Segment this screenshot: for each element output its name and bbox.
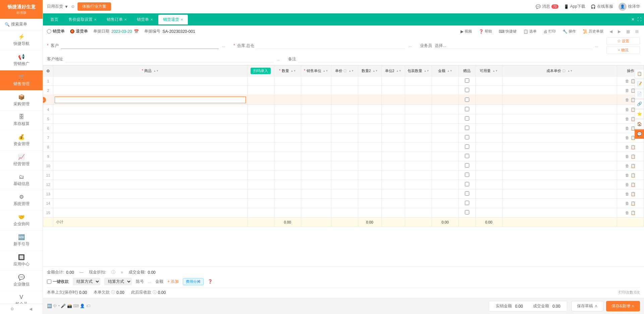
qty2-cell-6[interactable] xyxy=(358,124,381,133)
product-cell-2[interactable] xyxy=(53,86,248,95)
one-click-check[interactable] xyxy=(47,279,51,284)
gift-checkbox-11[interactable] xyxy=(465,173,469,177)
gift-checkbox-15[interactable] xyxy=(465,210,469,214)
unit2-cell-2[interactable] xyxy=(381,86,405,95)
account-select[interactable]: 结算方式 xyxy=(104,278,132,285)
unit2-cell-7[interactable] xyxy=(381,133,405,142)
product-input[interactable] xyxy=(55,97,246,103)
gift-cell-4[interactable] xyxy=(459,105,475,114)
sidebar-collapse-icon[interactable]: ◀ xyxy=(29,307,32,311)
sales-unit-cell-4[interactable] xyxy=(301,105,331,114)
tab-maximize-icon[interactable]: ⛶ xyxy=(637,17,641,22)
side-btn-1[interactable]: 📋 xyxy=(635,69,644,78)
unit-price-cell-9[interactable] xyxy=(331,152,358,161)
product-cell-9[interactable] xyxy=(53,152,248,161)
unit-price-cell-7[interactable] xyxy=(331,133,358,142)
side-btn-2[interactable]: 📝 xyxy=(635,79,644,88)
gift-cell-2[interactable] xyxy=(459,86,475,95)
sort-icon[interactable]: ▲▼ xyxy=(567,70,573,72)
copy-icon-11[interactable]: 📋 xyxy=(631,173,636,178)
qty2-cell-15[interactable] xyxy=(358,208,381,217)
gift-checkbox-5[interactable] xyxy=(465,116,469,121)
delete-icon-3[interactable]: 🗑 xyxy=(625,98,629,102)
fee-split-button[interactable]: 费用分摊 xyxy=(183,278,204,285)
gift-checkbox-13[interactable] xyxy=(465,191,469,196)
available-cell-1[interactable] xyxy=(475,76,502,86)
sidebar-item-operation[interactable]: 📈 经营管理 xyxy=(0,150,43,171)
settings-btn[interactable]: ☆ 设置 xyxy=(606,37,640,45)
barcode-button[interactable]: 扫码录入 xyxy=(251,68,271,74)
settings-gear-icon[interactable]: ⚙ xyxy=(71,4,75,9)
product-cell-4[interactable] xyxy=(53,105,248,114)
pkg-qty-cell-11[interactable] xyxy=(405,171,432,180)
qty2-cell-10[interactable] xyxy=(358,161,381,171)
product-cell-15[interactable] xyxy=(53,208,248,217)
product-cell-7[interactable] xyxy=(53,133,248,142)
cost-price-cell-13[interactable] xyxy=(502,189,617,199)
delete-icon-1[interactable]: 🗑 xyxy=(625,79,629,83)
qty-cell-13[interactable] xyxy=(274,189,301,199)
gift-checkbox-2[interactable] xyxy=(465,88,469,92)
sidebar-item-finance[interactable]: 💰 资金管理 xyxy=(0,130,43,150)
unit2-cell-10[interactable] xyxy=(381,161,405,171)
tab-sales-return[interactable]: 销货退货 ✕ xyxy=(158,15,188,24)
address-input[interactable] xyxy=(65,56,273,62)
address-dots[interactable]: ... xyxy=(275,57,281,62)
sidebar-item-basic[interactable]: 🗂 基础信息 xyxy=(0,171,43,190)
qty2-cell-5[interactable] xyxy=(358,114,381,124)
delete-icon-12[interactable]: 🗑 xyxy=(625,182,629,187)
tab-close-icon[interactable]: ✕ xyxy=(124,18,127,21)
unit2-cell-15[interactable] xyxy=(381,208,405,217)
print-btn[interactable]: 🖨打印 xyxy=(541,28,558,35)
sort-icon[interactable]: ▲▼ xyxy=(424,70,429,72)
cost-price-cell-6[interactable] xyxy=(502,124,617,133)
qty2-cell-8[interactable] xyxy=(358,142,381,152)
operate-btn[interactable]: 🔧操作 xyxy=(560,28,578,35)
gift-checkbox-12[interactable] xyxy=(465,182,469,186)
sidebar-item-wechat[interactable]: 💬 企业微信 xyxy=(0,271,43,291)
amount-cell-4[interactable] xyxy=(432,105,459,114)
sidebar-item-system[interactable]: ⚙ 系统管理 xyxy=(0,190,43,210)
available-cell-5[interactable] xyxy=(475,114,502,124)
cost-price-cell-12[interactable] xyxy=(502,180,617,189)
warehouse-input[interactable] xyxy=(256,43,405,49)
radio-return-bill[interactable]: 退货单 xyxy=(70,28,88,34)
side-btn-feedback[interactable]: 💬 xyxy=(635,129,644,139)
copy-icon-13[interactable]: 📋 xyxy=(631,192,636,196)
radio-sales-input[interactable] xyxy=(47,29,51,34)
sort-icon[interactable]: ▲▼ xyxy=(447,70,452,72)
sidebar-item-enterprise[interactable]: 🤝 企业协同 xyxy=(0,210,43,231)
sales-unit-cell-5[interactable] xyxy=(301,114,331,124)
pkg-qty-cell-9[interactable] xyxy=(405,152,432,161)
nav-next-icon[interactable]: ▶ xyxy=(616,28,622,35)
save-draft-button[interactable]: 保存草稿 ∧ xyxy=(571,301,603,311)
available-cell-9[interactable] xyxy=(475,152,502,161)
gift-checkbox-1[interactable] xyxy=(465,78,469,83)
cost-price-cell-4[interactable] xyxy=(502,105,617,114)
amount-cell-5[interactable] xyxy=(432,114,459,124)
available-cell-7[interactable] xyxy=(475,133,502,142)
qty-cell-4[interactable] xyxy=(274,105,301,114)
help-btn[interactable]: ❓帮助 xyxy=(477,28,494,35)
tab-price-settings[interactable]: 售价提取设置 ✕ xyxy=(64,15,101,24)
trial-button[interactable]: 体验行业方案 xyxy=(77,2,111,11)
cost-price-cell-5[interactable] xyxy=(502,114,617,124)
unit2-cell-13[interactable] xyxy=(381,189,405,199)
unit2-cell-11[interactable] xyxy=(381,171,405,180)
gift-checkbox-14[interactable] xyxy=(465,201,469,205)
product-cell-1[interactable] xyxy=(53,76,248,86)
product-cell-12[interactable] xyxy=(53,180,248,189)
copy-icon-15[interactable]: 📋 xyxy=(631,210,636,215)
delete-icon-5[interactable]: 🗑 xyxy=(625,117,629,121)
pkg-qty-cell-2[interactable] xyxy=(405,86,432,95)
salesperson-dots[interactable]: ... xyxy=(594,43,600,48)
unit-price-cell-5[interactable] xyxy=(331,114,358,124)
amount-cell-6[interactable] xyxy=(432,124,459,133)
sidebar-settings-icon[interactable]: ⚙ xyxy=(10,307,14,311)
delete-icon-13[interactable]: 🗑 xyxy=(625,192,629,196)
video-btn[interactable]: ▶视频 xyxy=(459,28,474,35)
product-cell-5[interactable] xyxy=(53,114,248,124)
sales-unit-cell-7[interactable] xyxy=(301,133,331,142)
view-grid-icon[interactable]: ⊞ xyxy=(634,28,640,35)
settlement-select[interactable]: 结算方式 xyxy=(73,278,100,285)
